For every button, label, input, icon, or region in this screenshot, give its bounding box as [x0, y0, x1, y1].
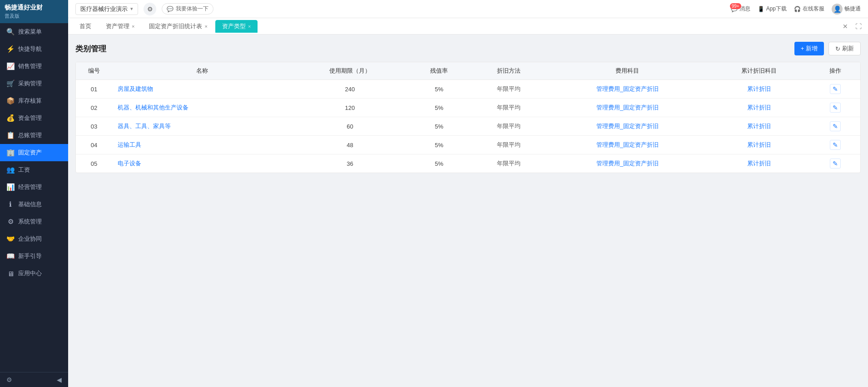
edit-icon-2[interactable]: ✎: [830, 121, 841, 131]
expand-icon[interactable]: ⛶: [853, 21, 863, 32]
edit-icon-4[interactable]: ✎: [830, 159, 841, 169]
sidebar-label-10: 基础信息: [18, 200, 42, 208]
col-header-7: 操作: [810, 62, 860, 80]
tabbar-right: ✕ ⛶: [841, 21, 863, 32]
topbar-item-畅捷通[interactable]: 👤畅捷通: [832, 4, 861, 15]
tab-资产管理[interactable]: 资产管理×: [99, 20, 141, 33]
sidebar-item-总账管理[interactable]: 📋总账管理: [0, 127, 68, 144]
sidebar-nav: 🔍搜索菜单⚡快捷导航📈销售管理🛒采购管理📦库存核算💰资金管理📋总账管理🏢固定资产…: [0, 23, 68, 372]
sidebar-icon-14: 🖥: [6, 270, 15, 278]
refresh-button[interactable]: ↻ 刷新: [828, 42, 861, 55]
tab-close-1[interactable]: ×: [132, 24, 134, 29]
cell-r3-c4: 年限平均: [471, 136, 547, 154]
page-actions: + 新增 ↻ 刷新: [794, 42, 861, 55]
sidebar-item-经营管理[interactable]: 📊经营管理: [0, 179, 68, 196]
cell-r4-c2: 36: [293, 154, 407, 173]
tab-label-3: 资产类型: [222, 22, 246, 30]
page-title: 类别管理: [75, 44, 106, 54]
cell-r4-c5: 管理费用_固定资产折旧: [547, 154, 708, 173]
cell-r1-c3: 5%: [407, 99, 471, 117]
cell-r3-c1: 运输工具: [112, 136, 293, 154]
app-selector[interactable]: 医疗器械行业演示 ▾: [75, 3, 138, 15]
sidebar-item-工资[interactable]: 👥工资: [0, 161, 68, 179]
topbar-item-App下载[interactable]: 📱App下载: [758, 5, 787, 13]
cell-action-3[interactable]: ✎: [810, 136, 860, 154]
edit-icon-0[interactable]: ✎: [830, 84, 841, 94]
settings-icon[interactable]: ⚙: [6, 376, 12, 383]
sidebar-icon-9: 📊: [6, 183, 15, 191]
tab-close-2[interactable]: ×: [204, 24, 207, 29]
cell-action-2[interactable]: ✎: [810, 117, 860, 136]
topbar-icon-2: 🎧: [794, 6, 801, 12]
cell-action-0[interactable]: ✎: [810, 80, 860, 99]
sidebar-item-快捷导航[interactable]: ⚡快捷导航: [0, 40, 68, 58]
cell-action-4[interactable]: ✎: [810, 154, 860, 173]
sidebar-label-2: 销售管理: [18, 62, 42, 70]
topbar-item-在线客服[interactable]: 🎧在线客服: [794, 5, 824, 13]
sidebar-item-库存核算[interactable]: 📦库存核算: [0, 92, 68, 109]
sidebar-icon-0: 🔍: [6, 28, 15, 36]
cell-r4-c1: 电子设备: [112, 154, 293, 173]
new-button[interactable]: + 新增: [794, 42, 824, 55]
sidebar-icon-6: 📋: [6, 131, 15, 139]
page-header: 类别管理 + 新增 ↻ 刷新: [75, 42, 861, 55]
sidebar-item-系统管理[interactable]: ⚙系统管理: [0, 213, 68, 230]
cell-r2-c5: 管理费用_固定资产折旧: [547, 117, 708, 136]
chevron-down-icon: ▾: [130, 6, 133, 12]
table-row: 02机器、机械和其他生产设备1205%年限平均管理费用_固定资产折旧累计折旧✎: [76, 99, 860, 117]
tabbar: 首页资产管理×固定资产折旧统计表×资产类型× ✕ ⛶: [68, 18, 868, 35]
topbar-settings-icon[interactable]: ⚙: [144, 3, 156, 15]
cell-action-1[interactable]: ✎: [810, 99, 860, 117]
sidebar-item-基础信息[interactable]: ℹ基础信息: [0, 196, 68, 213]
collapse-icon[interactable]: ◀: [57, 376, 62, 383]
sidebar-icon-3: 🛒: [6, 79, 15, 88]
sidebar-item-企业协同[interactable]: 🤝企业协同: [0, 230, 68, 248]
sidebar-item-应用中心[interactable]: 🖥应用中心: [0, 265, 68, 282]
cell-r0-c6: 累计折旧: [708, 80, 810, 99]
edit-icon-1[interactable]: ✎: [830, 103, 841, 113]
sidebar-icon-1: ⚡: [6, 45, 15, 53]
sidebar-item-销售管理[interactable]: 📈销售管理: [0, 58, 68, 75]
topbar: 医疗器械行业演示 ▾ ⚙ 💬 我要体验一下 💬99+消息📱App下载🎧在线客服👤…: [68, 0, 868, 18]
main-content: 医疗器械行业演示 ▾ ⚙ 💬 我要体验一下 💬99+消息📱App下载🎧在线客服👤…: [68, 0, 868, 387]
sidebar-label-8: 工资: [18, 166, 30, 174]
table-row: 01房屋及建筑物2405%年限平均管理费用_固定资产折旧累计折旧✎: [76, 80, 860, 99]
sidebar-icon-8: 👥: [6, 166, 15, 174]
cell-r0-c1: 房屋及建筑物: [112, 80, 293, 99]
tab-资产类型[interactable]: 资产类型×: [215, 20, 258, 33]
col-header-6: 累计折旧科目: [708, 62, 810, 80]
sidebar-label-11: 系统管理: [18, 218, 42, 226]
experience-button[interactable]: 💬 我要体验一下: [162, 3, 213, 15]
experience-label: 我要体验一下: [176, 5, 208, 13]
sidebar-icon-12: 🤝: [6, 235, 15, 243]
tab-首页[interactable]: 首页: [73, 20, 98, 33]
tab-close-3[interactable]: ×: [248, 24, 251, 29]
cell-r1-c5: 管理费用_固定资产折旧: [547, 99, 708, 117]
topbar-item-消息[interactable]: 💬99+消息: [731, 5, 750, 13]
col-header-3: 残值率: [407, 62, 471, 80]
sidebar-label-4: 库存核算: [18, 97, 42, 105]
badge-消息: 99+: [730, 3, 741, 9]
tab-label-1: 资产管理: [106, 22, 129, 30]
sidebar-item-采购管理[interactable]: 🛒采购管理: [0, 75, 68, 92]
tab-固定资产折旧统计表[interactable]: 固定资产折旧统计表×: [142, 20, 214, 33]
cell-r1-c6: 累计折旧: [708, 99, 810, 117]
cell-r2-c3: 5%: [407, 117, 471, 136]
refresh-label: 刷新: [842, 45, 854, 53]
sidebar-item-新手引导[interactable]: 📖新手引导: [0, 248, 68, 265]
sidebar-item-搜索菜单[interactable]: 🔍搜索菜单: [0, 23, 68, 40]
cell-r2-c0: 03: [76, 117, 112, 136]
cell-r1-c0: 02: [76, 99, 112, 117]
close-icon[interactable]: ✕: [841, 21, 850, 32]
cell-r3-c6: 累计折旧: [708, 136, 810, 154]
cell-r0-c2: 240: [293, 80, 407, 99]
sidebar-label-5: 资金管理: [18, 114, 42, 122]
cell-r2-c2: 60: [293, 117, 407, 136]
edit-icon-3[interactable]: ✎: [830, 140, 841, 150]
cell-r0-c0: 01: [76, 80, 112, 99]
sidebar-item-固定资产[interactable]: 🏢固定资产: [0, 144, 68, 161]
sidebar-item-资金管理[interactable]: 💰资金管理: [0, 109, 68, 127]
cell-r1-c1: 机器、机械和其他生产设备: [112, 99, 293, 117]
page-content: 类别管理 + 新增 ↻ 刷新 编号名称使用期限（月）残值率折旧方法费用科目累计折…: [68, 35, 868, 387]
sidebar-icon-10: ℹ: [6, 200, 15, 208]
